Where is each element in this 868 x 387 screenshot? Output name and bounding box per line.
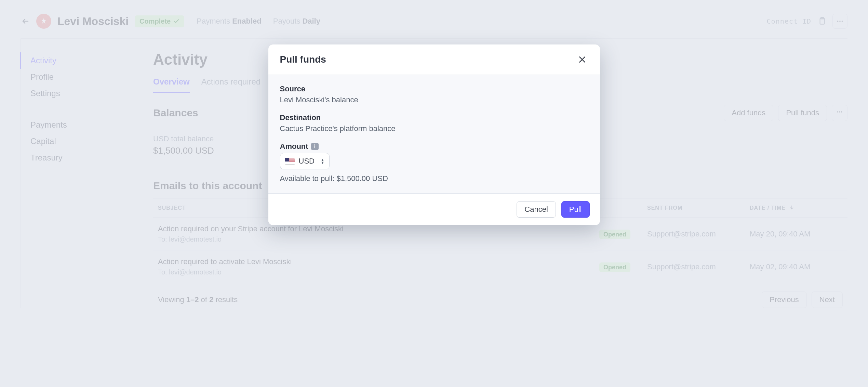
available-to-pull: Available to pull: $1,500.00 USD [280, 174, 588, 183]
modal-title: Pull funds [280, 54, 326, 65]
pull-funds-modal: Pull funds Source Levi Mosciski's balanc… [268, 44, 600, 225]
button-label: Pull [569, 205, 582, 214]
chevron-updown-icon: ▲▼ [321, 158, 324, 164]
close-icon [578, 55, 587, 64]
source-value: Levi Mosciski's balance [280, 95, 588, 104]
destination-value: Cactus Practice's platform balance [280, 124, 588, 133]
pull-confirm-button[interactable]: Pull [561, 201, 590, 218]
button-label: Cancel [524, 205, 548, 214]
info-icon[interactable]: i [311, 143, 319, 150]
currency-value: USD [299, 157, 315, 166]
cancel-button[interactable]: Cancel [517, 201, 556, 218]
amount-label: Amount [280, 142, 308, 151]
flag-us-icon [285, 158, 295, 164]
destination-label: Destination [280, 113, 588, 122]
modal-close-button[interactable] [576, 53, 588, 66]
source-label: Source [280, 85, 588, 93]
currency-select[interactable]: USD ▲▼ [280, 153, 330, 169]
